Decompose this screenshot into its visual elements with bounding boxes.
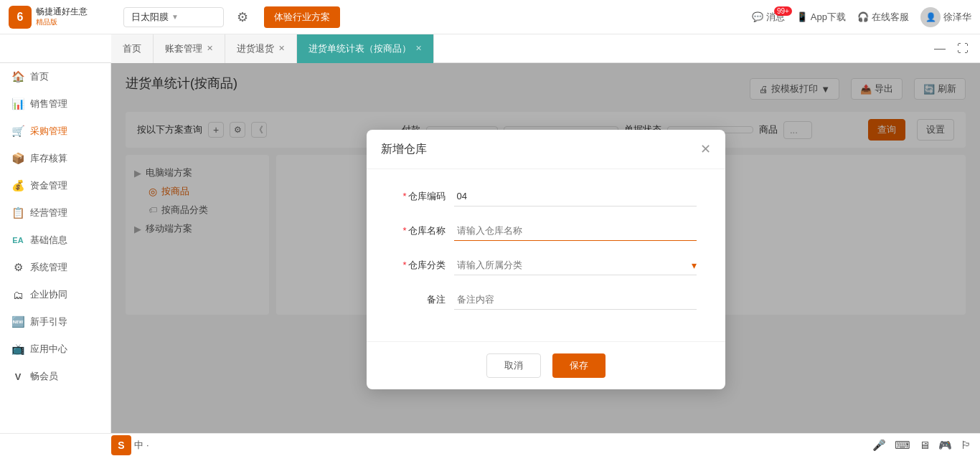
dialog-body: *仓库编码 *仓库名称 (367, 169, 725, 341)
tabbar: 首页 账套管理 ✕ 进货退货 ✕ 进货单统计表（按商品） ✕ — ⛶ (0, 34, 980, 63)
dialog-title: 新增仓库 (381, 142, 427, 157)
settings-button[interactable]: ⚙ (231, 6, 254, 29)
warehouse-note-input[interactable] (454, 290, 697, 310)
main-layout: 🏠 首页 📊 销售管理 🛒 采购管理 📦 库存核算 💰 资金管理 📋 经营管理 … (0, 63, 980, 456)
sidebar-item-operations-label: 经营管理 (30, 206, 67, 219)
sidebar-item-system-label: 系统管理 (30, 261, 67, 274)
category-dropdown-arrow[interactable]: ▾ (692, 260, 697, 271)
bottom-dot1: · (146, 440, 149, 450)
bottom-icons: 🎤 ⌨ 🖥 🎮 🏳 (872, 439, 971, 452)
flag-icon[interactable]: 🏳 (961, 439, 971, 451)
store-dropdown-arrow: ▼ (171, 13, 179, 21)
warehouse-category-label: *仓库分类 (395, 259, 446, 272)
topbar: 6 畅捷通好生意 精品版 日太阳膜 ▼ ⚙ 体验行业方案 💬 消息 99+ 📱 … (0, 0, 980, 34)
logo-area: 6 畅捷通好生意 精品版 (9, 6, 116, 29)
sidebar-item-sales-label: 销售管理 (30, 98, 67, 110)
system-icon: ⚙ (11, 261, 24, 274)
bottom-bar: S 中 · 🎤 ⌨ 🖥 🎮 🏳 (0, 433, 980, 456)
tab-account[interactable]: 账套管理 ✕ (154, 34, 225, 63)
logo-text: 畅捷通好生意 (36, 6, 88, 18)
tab-purchase-stat-label: 进货单统计表（按商品） (308, 42, 411, 55)
purchase-icon: 🛒 (11, 125, 24, 138)
cancel-button[interactable]: 取消 (486, 353, 541, 378)
warehouse-code-label: *仓库编码 (395, 190, 446, 203)
tab-expand-button[interactable]: ⛶ (954, 42, 971, 55)
tab-purchase-return[interactable]: 进货退货 ✕ (225, 34, 297, 63)
sidebar-item-operations[interactable]: 📋 经营管理 (0, 199, 110, 227)
app-center-icon: 📺 (11, 343, 24, 356)
tab-purchase-return-close[interactable]: ✕ (278, 44, 285, 53)
warehouse-code-input[interactable] (454, 186, 697, 206)
tab-purchase-stat[interactable]: 进货单统计表（按商品） ✕ (297, 34, 434, 63)
store-selector[interactable]: 日太阳膜 ▼ (123, 7, 224, 27)
sidebar-item-home[interactable]: 🏠 首页 (0, 63, 110, 90)
logo-icon: 6 (9, 6, 32, 29)
gamepad-icon[interactable]: 🎮 (938, 439, 952, 452)
guide-icon: 🆕 (11, 315, 24, 328)
dialog-close-button[interactable]: ✕ (700, 141, 711, 157)
tab-account-label: 账套管理 (165, 42, 202, 55)
sidebar-item-enterprise[interactable]: 🗂 企业协同 (0, 281, 110, 308)
sidebar-item-finance-label: 资金管理 (30, 179, 67, 192)
app-download-button[interactable]: 📱 App下载 (796, 11, 846, 24)
display-icon[interactable]: 🖥 (919, 439, 930, 451)
sidebar-item-inventory[interactable]: 📦 库存核算 (0, 145, 110, 172)
modal-overlay: 新增仓库 ✕ *仓库编码 *仓库名称 (111, 63, 980, 456)
sidebar-item-basic-info[interactable]: EA 基础信息 (0, 227, 110, 254)
keyboard-icon[interactable]: ⌨ (895, 439, 910, 452)
warehouse-note-row: 备注 (395, 290, 697, 310)
code-required-star: * (402, 191, 406, 201)
trial-button[interactable]: 体验行业方案 (264, 6, 340, 28)
tab-actions: — ⛶ (931, 42, 980, 55)
sidebar: 🏠 首页 📊 销售管理 🛒 采购管理 📦 库存核算 💰 资金管理 📋 经营管理 … (0, 63, 111, 456)
save-button[interactable]: 保存 (552, 353, 606, 378)
sidebar-item-member[interactable]: V 畅会员 (0, 363, 110, 390)
sidebar-item-system[interactable]: ⚙ 系统管理 (0, 254, 110, 281)
enterprise-icon: 🗂 (11, 288, 24, 301)
warehouse-note-label: 备注 (395, 293, 446, 306)
sidebar-item-enterprise-label: 企业协同 (30, 288, 67, 301)
tab-purchase-return-label: 进货退货 (237, 42, 274, 55)
online-service-button[interactable]: 🎧 在线客服 (857, 11, 909, 24)
tab-purchase-stat-close[interactable]: ✕ (415, 44, 422, 53)
inventory-icon: 📦 (11, 152, 24, 165)
tab-minimize-button[interactable]: — (931, 42, 948, 55)
warehouse-category-input[interactable] (454, 255, 692, 275)
logo-sub: 精品版 (36, 17, 88, 27)
online-service-label: 在线客服 (872, 11, 909, 24)
warehouse-name-input-wrapper (454, 221, 697, 241)
sidebar-item-guide-label: 新手引导 (30, 315, 67, 328)
sidebar-item-member-label: 畅会员 (30, 370, 58, 383)
add-warehouse-dialog: 新增仓库 ✕ *仓库编码 *仓库名称 (367, 130, 725, 389)
service-icon: 🎧 (857, 11, 869, 22)
sidebar-item-purchase[interactable]: 🛒 采购管理 (0, 118, 110, 145)
basic-info-icon: EA (11, 234, 24, 247)
warehouse-category-row: *仓库分类 ▾ (395, 255, 697, 275)
category-required-star: * (402, 260, 406, 270)
user-profile[interactable]: 👤 徐泽华 (920, 7, 971, 27)
microphone-icon[interactable]: 🎤 (872, 439, 886, 452)
tab-home[interactable]: 首页 (111, 34, 154, 63)
warehouse-name-label: *仓库名称 (395, 224, 446, 237)
warehouse-name-input[interactable] (454, 221, 697, 240)
sidebar-item-sales[interactable]: 📊 销售管理 (0, 90, 110, 118)
member-icon: V (11, 370, 24, 383)
sidebar-item-home-label: 首页 (30, 70, 49, 83)
home-icon: 🏠 (11, 70, 24, 83)
warehouse-code-row: *仓库编码 (395, 186, 697, 206)
dialog-footer: 取消 保存 (367, 341, 725, 389)
avatar: 👤 (920, 7, 941, 27)
messages-button[interactable]: 💬 消息 99+ (752, 11, 785, 24)
sidebar-item-app-center-label: 应用中心 (30, 343, 67, 356)
sales-icon: 📊 (11, 98, 24, 110)
warehouse-category-input-wrapper: ▾ (454, 255, 697, 275)
warehouse-name-row: *仓库名称 (395, 221, 697, 241)
sidebar-item-app-center[interactable]: 📺 应用中心 (0, 336, 110, 363)
store-name: 日太阳膜 (131, 11, 169, 24)
sidebar-item-finance[interactable]: 💰 资金管理 (0, 172, 110, 199)
sidebar-item-guide[interactable]: 🆕 新手引导 (0, 308, 110, 336)
sidebar-item-basic-info-label: 基础信息 (30, 234, 67, 247)
tab-account-close[interactable]: ✕ (207, 44, 213, 53)
finance-icon: 💰 (11, 179, 24, 192)
bottom-logo: S 中 · (111, 435, 149, 455)
